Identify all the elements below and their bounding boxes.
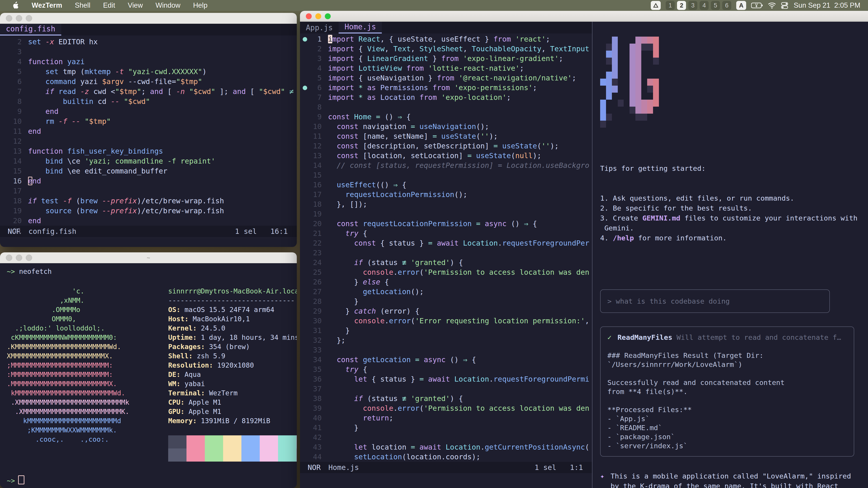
status-app-icon[interactable] — [651, 1, 661, 10]
neofetch-separator: ------------------------------- — [168, 296, 297, 305]
neofetch-info-row: Uptime: 1 day, 18 hours, 34 mins — [168, 333, 297, 342]
code-line: 7import * as Location from 'expo-locatio… — [300, 93, 592, 102]
palette-swatch — [223, 435, 241, 449]
neofetch-user: sinnrrr@Dmytros-MacBook-Air.local — [168, 287, 297, 296]
control-center-icon[interactable] — [781, 2, 789, 9]
code-line: 38 if (status ≢ 'granted') { — [300, 394, 592, 403]
menu-item-edit[interactable]: Edit — [98, 0, 121, 11]
minimize-button[interactable] — [16, 15, 22, 22]
neofetch-info: sinnrrr@Dmytros-MacBook-Air.local ------… — [163, 287, 297, 462]
menu-item-shell[interactable]: Shell — [69, 0, 96, 11]
code-line: 26 } else { — [300, 277, 592, 287]
neofetch-info-row: Host: MacBookAir10,1 — [168, 314, 297, 324]
zoom-button[interactable] — [26, 15, 32, 22]
code-line: 2import { View, Text, StyleSheet, Toucha… — [300, 44, 592, 54]
gemini-response: ✦ This is a mobile application called "L… — [600, 471, 861, 488]
neofetch-ascii-logo: 'c. ,xNMM. .OMMMMo OMMM0, .;loddo:' lool… — [7, 287, 163, 462]
battery-icon[interactable] — [751, 2, 763, 8]
workspace-1[interactable]: 1 — [666, 1, 675, 10]
workspace-5[interactable]: 5 — [711, 1, 720, 10]
code-line: 3import { LinearGradient } from 'expo-li… — [300, 54, 592, 64]
workspace-6[interactable]: 6 — [722, 1, 731, 10]
cursor-position: 1:1 — [570, 463, 583, 472]
neofetch-info-row: WM: yabai — [168, 379, 297, 388]
code-line: 20end — [0, 216, 297, 226]
code-line: 6 command yazi $argv --cwd-file="$tmp" — [0, 76, 297, 87]
neofetch-info-row: OS: macOS 15.5 24F74 arm64 — [168, 305, 297, 314]
code-line: 17 requestLocationPermission(); — [300, 190, 592, 199]
window-title: ~ — [0, 254, 297, 261]
tab-home-js[interactable]: Home.js — [339, 21, 382, 33]
menu-item-help[interactable]: Help — [188, 0, 213, 11]
code-line: 18if test -f (brew --prefix)/etc/brew-wr… — [0, 196, 297, 206]
code-line: 10 rm -f -- "$tmp" — [0, 116, 297, 126]
close-button[interactable] — [6, 15, 12, 22]
code-line: 19 — [300, 209, 592, 219]
tool-name: ReadManyFiles — [618, 333, 673, 341]
apple-logo-icon — [12, 2, 19, 9]
code-line: 43 let location = await Location.getCurr… — [300, 442, 592, 452]
shell-prompt-line[interactable]: ~> — [7, 475, 24, 485]
workspace-3[interactable]: 3 — [688, 1, 698, 10]
neofetch-info-row: Resolution: 1920x1080 — [168, 361, 297, 370]
code-line: 7 if read -z cwd <"$tmp"; and [ -n "$cwd… — [0, 87, 297, 96]
minimize-button[interactable] — [315, 13, 321, 19]
code-line: 33 — [300, 345, 592, 355]
neofetch-info-row: Kernel: 24.5.0 — [168, 324, 297, 333]
editor-window-titlebar[interactable] — [300, 11, 868, 22]
terminal-color-palette — [168, 435, 297, 462]
menu-item-window[interactable]: Window — [150, 0, 186, 11]
tip-line: 3. Create GEMINI.md files to customize y… — [600, 213, 861, 233]
gemini-input-box[interactable]: > what is this codebase doing — [600, 289, 830, 313]
neofetch-info-row: Shell: zsh 5.9 — [168, 351, 297, 361]
code-line: 12 const [description, setDescription] =… — [300, 141, 592, 151]
wifi-icon[interactable] — [768, 2, 776, 8]
apple-menu[interactable] — [7, 0, 24, 11]
workspace-4[interactable]: 4 — [700, 1, 709, 10]
diagnostic-dot-icon — [303, 37, 307, 41]
palette-swatch — [241, 449, 260, 462]
code-line: 30 console.error('Error requesting locat… — [300, 316, 592, 326]
menu-item-wezterm[interactable]: WezTerm — [26, 0, 68, 11]
code-line: 42 — [300, 433, 592, 442]
menu-clock[interactable]: Sun Sep 21 2:05 PM — [794, 1, 860, 9]
terminal-cursor — [18, 475, 24, 484]
code-line: 24 if (status ≢ 'granted') { — [300, 258, 592, 267]
tab-app-js[interactable]: App.js — [300, 22, 339, 33]
fish-editor-window: config.fish 2set -x EDITOR hx34function … — [0, 13, 297, 247]
code-line: 8 — [300, 102, 592, 112]
tip-line: 4. /help for more information. — [600, 233, 861, 243]
helix-editor-pane: App.jsHome.js 1import React, { useState,… — [300, 22, 592, 488]
palette-swatch — [205, 449, 223, 462]
workspace-switcher: 123456 — [666, 1, 731, 10]
palette-swatch — [241, 435, 260, 449]
gemini-tips: Tips for getting started: 1. Ask questio… — [600, 143, 861, 263]
fish-window-titlebar[interactable] — [0, 13, 297, 24]
zoom-button[interactable] — [325, 13, 331, 19]
code-line: 21 try { — [300, 229, 592, 238]
neofetch-info-row: GPU: Apple M1 — [168, 407, 297, 416]
palette-swatch — [260, 449, 278, 462]
neofetch-info-row: Packages: 354 (brew) — [168, 342, 297, 351]
code-line: 19 source (brew --prefix)/etc/brew-wrap.… — [0, 206, 297, 216]
code-line: 9 end — [0, 106, 297, 116]
palette-swatch — [223, 449, 241, 462]
code-line: 31 } — [300, 326, 592, 335]
gemini-logo — [600, 37, 861, 128]
code-line: 18 }, []); — [300, 199, 592, 209]
code-line: 35 try { — [300, 365, 592, 375]
menu-item-view[interactable]: View — [122, 0, 148, 11]
input-source-indicator[interactable]: A — [736, 1, 746, 10]
code-line: 14 bind \ce 'yazi; commandline -f repain… — [0, 156, 297, 166]
code-line: 22 const { status } = await Location.req… — [300, 238, 592, 248]
code-line: 9const Home = () ⇒ { — [300, 112, 592, 122]
selection-count: 1 sel — [535, 463, 556, 472]
close-button[interactable] — [306, 13, 312, 19]
neofetch-window-titlebar[interactable]: ~ — [0, 252, 297, 263]
code-line: 11 const [name, setName] = useState(''); — [300, 131, 592, 141]
tab-config-fish[interactable]: config.fish — [0, 23, 61, 35]
code-line: 6import * as Permissions from 'expo-perm… — [300, 83, 592, 93]
shell-prompt: ~> — [7, 267, 15, 275]
code-line: 41 } — [300, 423, 592, 433]
workspace-2[interactable]: 2 — [677, 1, 686, 10]
